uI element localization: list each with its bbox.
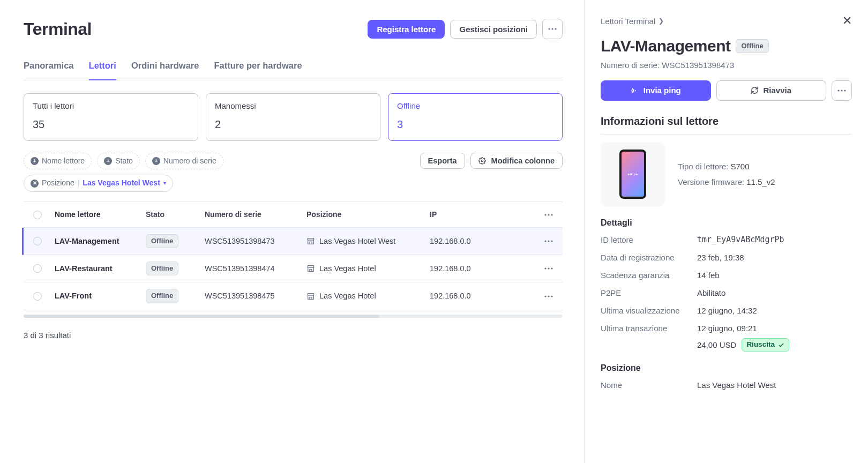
row-ip: 192.168.0.0 (424, 284, 489, 308)
svg-point-1 (551, 28, 553, 30)
col-status[interactable]: Stato (140, 203, 199, 227)
filter-chip-serie[interactable]: +Numero di serie (145, 153, 223, 170)
broadcast-icon (631, 86, 639, 95)
more-icon[interactable] (542, 19, 563, 39)
filter-chip-nome[interactable]: +Nome lettore (24, 153, 92, 170)
remove-icon[interactable]: ✕ (31, 180, 39, 188)
plus-icon: + (104, 157, 112, 165)
svg-point-8 (548, 241, 549, 242)
svg-point-19 (844, 89, 845, 91)
select-all-checkbox[interactable] (33, 211, 42, 219)
row-location: Las Vegas Hotel West (301, 229, 424, 253)
breadcrumb[interactable]: Lettori Terminal ❯ (601, 16, 664, 27)
row-ip: 192.168.0.0 (424, 229, 489, 253)
table-header: Nome lettore Stato Numero di serie Posiz… (24, 202, 563, 228)
svg-point-15 (551, 295, 552, 297)
row-serial: WSC513951398475 (199, 284, 301, 308)
status-badge: Offline (146, 262, 178, 275)
tabs: PanoramicaLettoriOrdini hardwareFatture … (24, 56, 563, 80)
row-serial: WSC513951398474 (199, 257, 301, 280)
col-name[interactable]: Nome lettore (49, 203, 140, 227)
filter-chip-applied[interactable]: ✕Posizione|Las Vegas Hotel West▾ (24, 175, 173, 192)
table-row[interactable]: LAV-FrontOfflineWSC513951398475Las Vegas… (24, 282, 563, 310)
table-row[interactable]: LAV-RestaurantOfflineWSC513951398474Las … (24, 255, 563, 282)
horizontal-scrollbar[interactable] (24, 315, 563, 318)
row-more-icon[interactable] (539, 234, 560, 249)
edit-columns-button[interactable]: Modifica colonne (470, 153, 563, 169)
col-ip[interactable]: IP (424, 203, 489, 227)
col-location[interactable]: Posizione (301, 203, 424, 227)
page-title: Terminal (24, 17, 92, 41)
restart-button[interactable]: Riavvia (716, 80, 827, 101)
row-location: Las Vegas Hotel (301, 284, 424, 308)
plus-icon: + (152, 157, 160, 165)
manage-locations-button[interactable]: Gestisci posizioni (450, 20, 537, 39)
serial-line: Numero di serie: WSC513951398473 (601, 59, 852, 71)
stat-all[interactable]: Tutti i lettori35 (24, 93, 198, 141)
svg-point-5 (548, 214, 549, 215)
check-icon (778, 342, 784, 348)
reader-title: LAV-Management (601, 35, 730, 57)
status-badge: Offline (146, 234, 178, 248)
table-row[interactable]: LAV-ManagementOfflineWSC513951398473Las … (22, 228, 563, 255)
plus-icon: + (31, 157, 39, 165)
location-grid: NomeLas Vegas Hotel West (601, 379, 852, 391)
tab-panoramica[interactable]: Panoramica (24, 56, 74, 80)
readers-table: Nome lettore Stato Numero di serie Posiz… (24, 201, 563, 318)
tab-fatture[interactable]: Fatture per hardware (214, 56, 302, 80)
side-more-icon[interactable] (832, 80, 852, 101)
location-heading: Posizione (601, 362, 852, 374)
row-name: LAV-Management (49, 229, 140, 253)
gear-icon (478, 156, 488, 165)
row-location: Las Vegas Hotel (301, 257, 424, 280)
row-checkbox[interactable] (33, 292, 42, 301)
send-ping-button[interactable]: Invia ping (601, 80, 711, 101)
col-serial[interactable]: Numero di serie (199, 203, 301, 227)
export-button[interactable]: Esporta (420, 153, 465, 169)
row-name: LAV-Front (49, 284, 140, 308)
svg-point-3 (481, 160, 483, 162)
svg-point-14 (548, 295, 549, 297)
chevron-right-icon: ❯ (659, 17, 664, 26)
chevron-down-icon: ▾ (163, 180, 166, 187)
row-more-icon[interactable] (539, 289, 560, 304)
device-image: stripe (601, 142, 665, 206)
stat-offline[interactable]: Offline3 (388, 93, 563, 141)
results-count: 3 di 3 risultati (24, 330, 563, 341)
svg-point-13 (544, 295, 546, 297)
filter-chip-stato[interactable]: +Stato (97, 153, 140, 170)
svg-point-10 (544, 268, 546, 270)
status-badge: Offline (736, 39, 768, 53)
svg-point-6 (551, 214, 552, 215)
row-checkbox[interactable] (33, 264, 42, 273)
svg-point-12 (551, 268, 552, 270)
close-icon[interactable]: ✕ (842, 13, 852, 29)
info-heading: Informazioni sul lettore (601, 114, 852, 135)
success-pill: Riuscita (742, 338, 789, 352)
svg-point-17 (837, 89, 839, 91)
register-reader-button[interactable]: Registra lettore (368, 20, 445, 39)
header-more-icon[interactable] (539, 207, 560, 222)
tab-ordini[interactable]: Ordini hardware (131, 56, 199, 80)
svg-point-16 (634, 90, 635, 91)
svg-point-0 (548, 28, 550, 30)
row-checkbox[interactable] (33, 237, 42, 245)
stat-cards: Tutti i lettori35Manomessi2Offline3 (24, 93, 563, 141)
svg-point-7 (544, 241, 546, 242)
row-serial: WSC513951398473 (199, 229, 301, 253)
svg-point-18 (841, 89, 842, 91)
tab-lettori[interactable]: Lettori (89, 56, 116, 80)
svg-point-2 (555, 28, 556, 30)
details-heading: Dettagli (601, 217, 852, 229)
details-grid: ID lettoretmr_EyA9vABcMdgrPb Data di reg… (601, 234, 852, 352)
svg-point-11 (548, 268, 549, 270)
row-name: LAV-Restaurant (49, 257, 140, 280)
last-tx-amount: 24,00 USD (697, 339, 736, 350)
status-badge: Offline (146, 289, 178, 303)
svg-point-4 (544, 214, 546, 215)
row-more-icon[interactable] (539, 261, 560, 276)
stat-tampered[interactable]: Manomessi2 (206, 93, 380, 141)
svg-point-9 (551, 241, 552, 242)
row-ip: 192.168.0.0 (424, 257, 489, 280)
refresh-icon (751, 86, 759, 94)
